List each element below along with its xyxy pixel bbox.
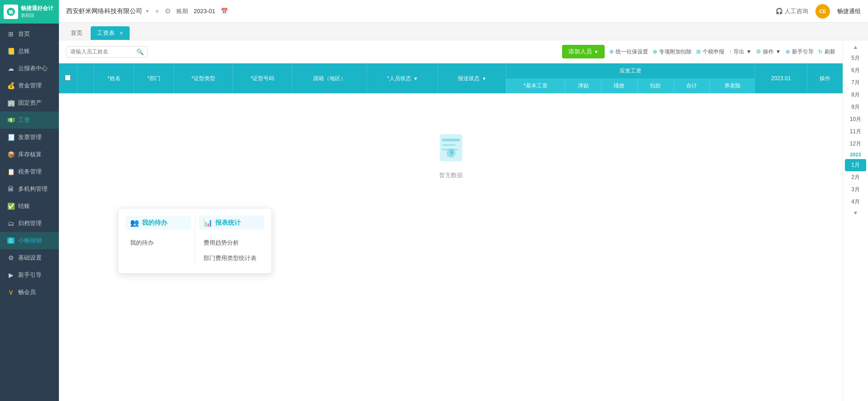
- sidebar-item-tax[interactable]: 📋 税务管理: [0, 163, 59, 180]
- sidebar-item-label: 固定资产: [18, 99, 42, 107]
- popup-section-1-label: 我的待办: [142, 219, 167, 227]
- month-2022-11[interactable]: 11月: [843, 126, 868, 138]
- month-up-button[interactable]: ▲: [843, 42, 868, 52]
- social-settings-action[interactable]: ⊕ 统一社保设置: [609, 48, 648, 56]
- special-deduction-action[interactable]: ⊕ 专项附加扣除: [653, 48, 692, 56]
- settings-icon[interactable]: ⚙: [165, 7, 171, 15]
- select-all-checkbox[interactable]: [65, 75, 71, 81]
- app-name: 畅捷通好会计: [21, 5, 53, 12]
- popup-item-expense-trend[interactable]: 费用趋势分析: [199, 235, 265, 251]
- th-period: 2023.01: [755, 63, 807, 93]
- month-2022-10[interactable]: 10月: [843, 113, 868, 126]
- popup-item-my-todo[interactable]: 我的待办: [126, 235, 191, 251]
- month-2022-06[interactable]: 6月: [843, 64, 868, 77]
- sidebar-item-multi[interactable]: 🏛 多机构管理: [0, 180, 59, 198]
- topbar-right: 🎧 人工咨询 CE 畅捷通组: [776, 4, 861, 19]
- export-dropdown-icon: ▼: [746, 48, 752, 55]
- month-2022-09[interactable]: 9月: [843, 101, 868, 113]
- period-value[interactable]: 2023-01: [194, 8, 215, 14]
- sidebar-item-payroll[interactable]: 💵 工资: [0, 111, 59, 129]
- popup-divider: [195, 216, 195, 266]
- th-allowance: 津贴: [565, 78, 601, 93]
- month-2022-08[interactable]: 8月: [843, 89, 868, 101]
- month-2022-05[interactable]: 5月: [843, 52, 868, 64]
- month-2023-04[interactable]: 4月: [843, 196, 868, 208]
- operate-icon: ⚙: [756, 48, 761, 55]
- sidebar-item-cloud[interactable]: ☁ 云报表中心: [0, 60, 59, 77]
- add-company-button[interactable]: +: [155, 7, 159, 15]
- month-2023-03[interactable]: 3月: [843, 184, 868, 196]
- company-selector[interactable]: 西安虾米网络科技有限公司 ▼: [66, 7, 150, 15]
- calendar-icon[interactable]: 📅: [221, 8, 228, 14]
- special-icon: ⊕: [653, 48, 657, 55]
- dropdown-arrow-icon: ▼: [594, 49, 598, 54]
- payroll-toolbar: 🔍 添加人员 ▼ ⊕ 统一社保设置 ⊕ 专项附加扣除: [59, 40, 843, 63]
- sidebar-item-finance[interactable]: 💰 资金管理: [0, 77, 59, 94]
- ledger-icon: 📒: [7, 48, 15, 55]
- sidebar-item-label: 发票管理: [18, 133, 42, 141]
- popup-menu[interactable]: 👥 我的待办 我的待办 📊 报表统计 费用趋势分析 部门费用类型统计表: [118, 208, 272, 274]
- logo-text-group: 畅捷通好会计 旗舰版: [21, 5, 53, 19]
- search-box[interactable]: 🔍: [66, 46, 148, 58]
- company-name: 西安虾米网络科技有限公司: [66, 7, 142, 15]
- service-label: 人工咨询: [785, 7, 808, 15]
- th-operate: 操作: [807, 63, 843, 93]
- month-2023-02[interactable]: 2月: [843, 171, 868, 184]
- guide-icon: ▶: [7, 271, 15, 279]
- add-person-button[interactable]: 添加人员 ▼: [562, 45, 605, 58]
- sidebar-item-label: 畅会员: [18, 288, 36, 296]
- sidebar-item-inventory[interactable]: 📦 库存核算: [0, 146, 59, 163]
- svg-text:畅: 畅: [9, 10, 13, 14]
- refresh-action[interactable]: ↻ 刷新: [818, 48, 835, 56]
- search-icon[interactable]: 🔍: [136, 48, 144, 55]
- home-icon: ⊞: [7, 30, 15, 38]
- sidebar-item-guide[interactable]: ▶ 新手引导: [0, 266, 59, 284]
- service-button[interactable]: 🎧 人工咨询: [776, 7, 808, 15]
- send-filter-icon[interactable]: ▼: [482, 76, 486, 81]
- cloud-icon: ☁: [7, 65, 15, 72]
- th-name: *姓名: [94, 63, 134, 93]
- sidebar-item-ledger[interactable]: 📒 总账: [0, 43, 59, 60]
- popup-section-2-label: 报表统计: [215, 219, 241, 227]
- sidebar-item-xiaochang[interactable]: G 小畅报销: [0, 232, 59, 249]
- popup-section-1-title: 👥 我的待办: [126, 216, 191, 230]
- month-2023-01[interactable]: 1月: [845, 159, 866, 171]
- assets-icon: 🏢: [7, 99, 15, 106]
- tab-close-icon[interactable]: ✕: [119, 30, 123, 36]
- tab-home-label: 首页: [71, 29, 82, 36]
- sidebar-item-label: 多机构管理: [18, 185, 48, 193]
- filter-icon[interactable]: ▼: [413, 76, 418, 81]
- tax-report-action[interactable]: ⊞ 个税申报: [696, 48, 724, 56]
- month-2022-12[interactable]: 12月: [843, 138, 868, 150]
- month-2022-07[interactable]: 7月: [843, 77, 868, 89]
- search-input[interactable]: [70, 48, 134, 55]
- popup-item-dept-stats[interactable]: 部门费用类型统计表: [199, 251, 265, 266]
- sidebar-item-home[interactable]: ⊞ 首页: [0, 25, 59, 43]
- month-down-button[interactable]: ▼: [843, 208, 868, 218]
- sidebar-item-assets[interactable]: 🏢 固定资产: [0, 94, 59, 111]
- th-checkbox[interactable]: [59, 63, 77, 93]
- tab-payroll[interactable]: 工资表 ✕: [91, 26, 130, 40]
- month-sidebar: ▲ 5月 6月 7月 8月 9月 10月 11月 12月 2023 1月 2月 …: [843, 40, 868, 401]
- sidebar-item-label: 小畅报销: [18, 237, 42, 245]
- new-guide-action[interactable]: ⊕ 新手引导: [786, 48, 814, 56]
- xiaochang-icon: G: [7, 237, 15, 244]
- th-dept: *部门: [134, 63, 174, 93]
- export-icon: ↑: [729, 48, 732, 55]
- sidebar-item-archive[interactable]: 🗂 归档管理: [0, 215, 59, 232]
- export-action[interactable]: ↑ 导出 ▼: [729, 48, 752, 56]
- chevron-down-icon: ▼: [145, 9, 150, 14]
- sidebar-item-invoice[interactable]: 🧾 发票管理: [0, 129, 59, 146]
- operate-action[interactable]: ⚙ 操作 ▼: [756, 48, 781, 56]
- sidebar-item-label: 工资: [18, 116, 30, 124]
- sidebar-item-member[interactable]: V 畅会员: [0, 284, 59, 301]
- username[interactable]: 畅捷通组: [837, 7, 861, 15]
- content-area: 🔍 添加人员 ▼ ⊕ 统一社保设置 ⊕ 专项附加扣除: [59, 40, 868, 401]
- sidebar-item-settle[interactable]: ✅ 结账: [0, 198, 59, 215]
- tab-home[interactable]: 首页: [64, 26, 89, 40]
- th-id-no: *证型号码: [233, 63, 292, 93]
- th-bonus: 绩效: [601, 78, 638, 93]
- sidebar-nav: ⊞ 首页 📒 总账 ☁ 云报表中心 💰 资金管理 🏢 固定资产 💵 工资 🧾 发…: [0, 24, 59, 401]
- sidebar-item-basic[interactable]: ⚙ 基础设置: [0, 249, 59, 266]
- svg-rect-4: [442, 144, 456, 146]
